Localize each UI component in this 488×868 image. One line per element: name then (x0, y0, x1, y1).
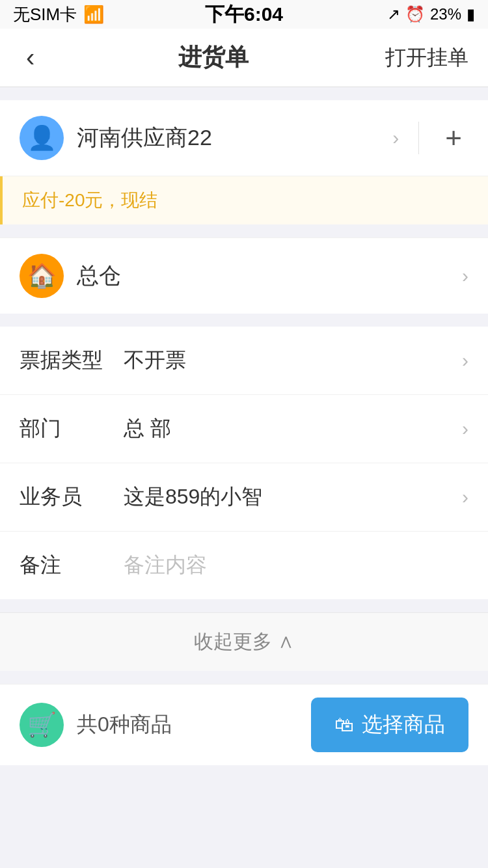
gray-background (0, 765, 488, 868)
warehouse-row[interactable]: 🏠 总仓 › (0, 237, 488, 314)
status-carrier: 无SIM卡 📶 (13, 3, 104, 26)
warehouse-card: 🏠 总仓 › (0, 237, 488, 314)
page-title: 进货单 (178, 42, 249, 74)
alarm-icon: ⏰ (405, 5, 425, 23)
warehouse-icon: 🏠 (27, 262, 57, 290)
top-divider (0, 87, 488, 100)
supplier-row[interactable]: 👤 河南供应商22 › + (0, 100, 488, 176)
invoice-chevron-icon: › (462, 349, 468, 372)
warehouse-icon-wrap: 🏠 (20, 254, 64, 298)
warehouse-name: 总仓 (77, 261, 462, 291)
form-section: 票据类型 不开票 › 部门 总 部 › 业务员 这是859的小智 › 备注 备注… (0, 327, 488, 599)
status-bar: 无SIM卡 📶 下午6:04 ↗ ⏰ 23% ▮ (0, 0, 488, 29)
invoice-label: 票据类型 (20, 346, 124, 375)
battery-icon: ▮ (467, 5, 475, 23)
status-time: 下午6:04 (205, 1, 283, 28)
add-supplier-button[interactable]: + (439, 122, 468, 154)
product-icon: 🛒 (27, 711, 57, 739)
notice-text: 应付-20元，现结 (22, 190, 157, 210)
notice-banner: 应付-20元，现结 (0, 176, 488, 224)
wifi-icon: 📶 (83, 5, 104, 25)
divider-1 (0, 224, 488, 237)
salesperson-row[interactable]: 业务员 这是859的小智 › (0, 463, 488, 532)
nav-bar: ‹ 进货单 打开挂单 (0, 29, 488, 87)
back-button[interactable]: ‹ (20, 36, 41, 79)
dept-chevron-icon: › (462, 418, 468, 440)
collapse-label: 收起更多 ∧ (194, 629, 293, 655)
supplier-card: 👤 河南供应商22 › + 应付-20元，现结 (0, 100, 488, 224)
select-product-icon: 🛍 (334, 714, 354, 736)
supplier-separator (418, 122, 419, 154)
remark-label: 备注 (20, 551, 124, 580)
product-count-label: 共0种商品 (77, 711, 311, 739)
avatar-icon: 👤 (27, 124, 57, 152)
supplier-name: 河南供应商22 (77, 123, 392, 153)
carrier-text: 无SIM卡 (13, 3, 77, 26)
supplier-avatar: 👤 (20, 116, 64, 160)
select-product-label: 选择商品 (362, 711, 445, 739)
status-indicators: ↗ ⏰ 23% ▮ (387, 5, 475, 23)
invoice-row[interactable]: 票据类型 不开票 › (0, 327, 488, 395)
dept-value: 总 部 (124, 414, 462, 443)
invoice-value: 不开票 (124, 346, 462, 375)
salesperson-value: 这是859的小智 (124, 483, 462, 511)
salesperson-label: 业务员 (20, 483, 124, 511)
remark-input[interactable]: 备注内容 (124, 551, 468, 580)
battery-percent: 23% (430, 5, 461, 23)
warehouse-chevron-icon: › (462, 265, 468, 287)
dept-row[interactable]: 部门 总 部 › (0, 395, 488, 463)
bottom-bar: 🛒 共0种商品 🛍 选择商品 (0, 684, 488, 765)
location-icon: ↗ (387, 5, 400, 23)
dept-label: 部门 (20, 414, 124, 443)
remark-row[interactable]: 备注 备注内容 (0, 532, 488, 599)
salesperson-chevron-icon: › (462, 486, 468, 508)
open-pending-button[interactable]: 打开挂单 (385, 44, 468, 72)
select-product-button[interactable]: 🛍 选择商品 (311, 698, 468, 752)
product-count-icon-wrap: 🛒 (20, 703, 64, 747)
collapse-toggle[interactable]: 收起更多 ∧ (0, 612, 488, 671)
supplier-chevron-icon: › (392, 127, 399, 149)
